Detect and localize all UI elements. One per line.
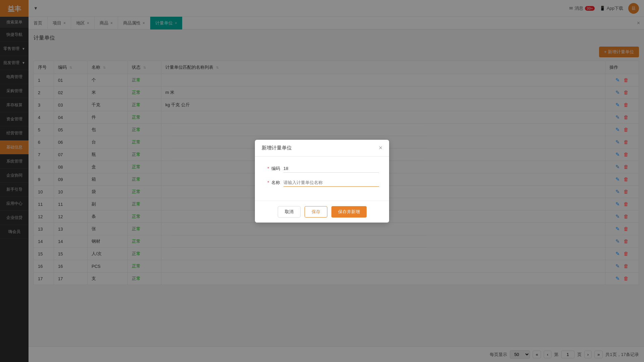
modal-header: 新增计量单位 ×	[255, 140, 389, 157]
name-label: * 名称	[265, 180, 280, 186]
modal-add-unit: 新增计量单位 × * 编码 * 名称 取消 保存 保存并新增	[255, 140, 389, 223]
modal-title: 新增计量单位	[262, 145, 292, 151]
modal-footer: 取消 保存 保存并新增	[255, 201, 389, 223]
required-mark: *	[267, 166, 269, 171]
modal-overlay: 新增计量单位 × * 编码 * 名称 取消 保存 保存并新增	[0, 0, 644, 362]
name-input[interactable]	[283, 179, 379, 187]
modal-body: * 编码 * 名称	[255, 157, 389, 201]
modal-close-btn[interactable]: ×	[379, 144, 382, 152]
cancel-button[interactable]: 取消	[278, 206, 301, 218]
save-button[interactable]: 保存	[305, 206, 327, 218]
code-input[interactable]	[283, 165, 379, 173]
code-label: * 编码	[265, 166, 280, 172]
form-group-code: * 编码	[265, 165, 379, 173]
save-and-new-button[interactable]: 保存并新增	[331, 206, 367, 218]
form-group-name: * 名称	[265, 179, 379, 187]
required-mark-name: *	[267, 180, 269, 185]
